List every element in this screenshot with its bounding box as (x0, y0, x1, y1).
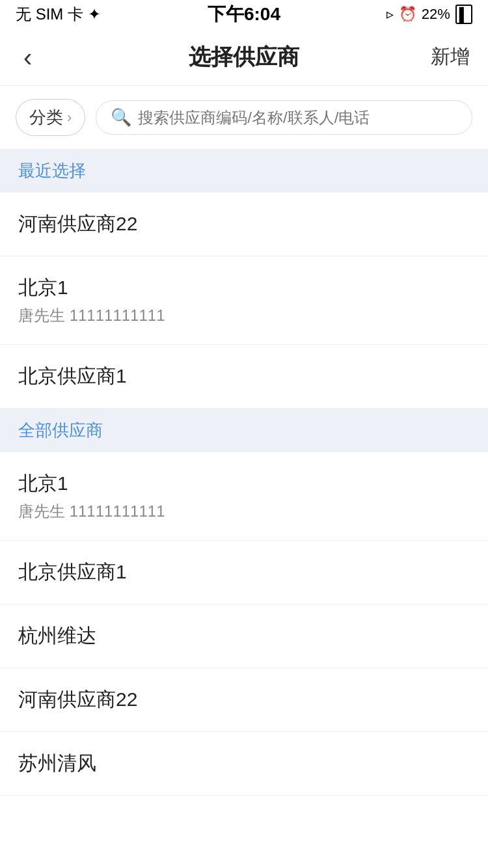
recent-section-label: 最近选择 (18, 161, 86, 180)
chevron-right-icon: › (67, 109, 72, 126)
list-item[interactable]: 北京1唐先生 11111111111 (0, 452, 488, 541)
list-item[interactable]: 杭州维达 (0, 604, 488, 668)
item-name: 苏州清风 (18, 750, 470, 777)
list-item[interactable]: 河南供应商22 (0, 668, 488, 732)
list-item[interactable]: 北京供应商1 (0, 345, 488, 409)
item-name: 河南供应商22 (18, 211, 470, 237)
all-section-label: 全部供应商 (18, 420, 103, 440)
status-right: ▹ ⏰ 22% ▌ (386, 5, 472, 24)
item-name: 杭州维达 (18, 623, 470, 649)
list-item[interactable]: 河南供应商22 (0, 193, 488, 256)
nav-bar: ‹ 选择供应商 新增 (0, 29, 488, 86)
search-box[interactable]: 🔍 (96, 100, 472, 135)
add-button[interactable]: 新增 (431, 44, 470, 70)
location-icon: ▹ (386, 6, 394, 23)
battery-icon: ▌ (455, 5, 472, 24)
item-sub: 唐先生 11111111111 (18, 501, 470, 522)
page-title: 选择供应商 (189, 42, 299, 72)
no-sim-text: 无 SIM 卡 ✦ (16, 4, 101, 25)
status-left: 无 SIM 卡 ✦ (16, 4, 101, 25)
search-icon: 🔍 (111, 107, 131, 128)
all-section-header: 全部供应商 (0, 409, 488, 452)
list-item[interactable]: 苏州清风 (0, 732, 488, 796)
search-input[interactable] (138, 109, 457, 127)
item-sub: 唐先生 11111111111 (18, 305, 470, 326)
item-name: 北京供应商1 (18, 559, 470, 586)
item-name: 北京1 (18, 470, 470, 497)
item-name: 北京供应商1 (18, 363, 470, 390)
category-button[interactable]: 分类 › (16, 99, 85, 136)
item-name: 河南供应商22 (18, 686, 470, 713)
recent-list: 河南供应商22北京1唐先生 11111111111北京供应商1 (0, 193, 488, 409)
alarm-icon: ⏰ (399, 6, 416, 23)
all-list: 北京1唐先生 11111111111北京供应商1杭州维达河南供应商22苏州清风 (0, 452, 488, 796)
recent-section-header: 最近选择 (0, 149, 488, 193)
status-bar: 无 SIM 卡 ✦ 下午6:04 ▹ ⏰ 22% ▌ (0, 0, 488, 29)
category-label: 分类 (29, 106, 63, 129)
filter-bar: 分类 › 🔍 (0, 86, 488, 149)
status-time: 下午6:04 (208, 2, 280, 27)
battery-text: 22% (422, 6, 450, 23)
back-button[interactable]: ‹ (18, 39, 37, 75)
list-item[interactable]: 北京供应商1 (0, 541, 488, 604)
list-item[interactable]: 北京1唐先生 11111111111 (0, 256, 488, 345)
item-name: 北京1 (18, 275, 470, 301)
